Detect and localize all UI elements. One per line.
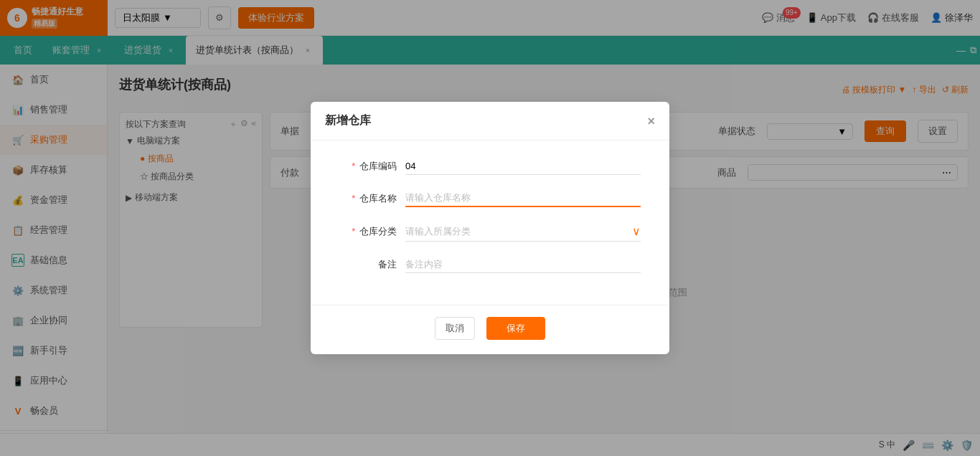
code-input[interactable]: [405, 158, 641, 175]
dialog-close-button[interactable]: ×: [647, 115, 655, 128]
save-button[interactable]: 保存: [486, 317, 545, 340]
add-warehouse-dialog: 新增仓库 × 仓库编码 仓库名称 仓库分类: [311, 102, 669, 354]
notes-input[interactable]: [405, 256, 641, 273]
modal-overlay: 新增仓库 × 仓库编码 仓库名称 仓库分类: [0, 0, 980, 456]
dialog-footer: 取消 保存: [311, 305, 669, 354]
code-label: 仓库编码: [339, 160, 397, 173]
name-label: 仓库名称: [339, 192, 397, 205]
dialog-title: 新增仓库: [325, 113, 371, 128]
cancel-button[interactable]: 取消: [435, 317, 475, 340]
notes-label: 备注: [339, 258, 397, 271]
dialog-body: 仓库编码 仓库名称 仓库分类 请输入所属分类 ∨: [311, 141, 669, 305]
form-row-name: 仓库名称: [339, 189, 641, 207]
form-row-notes: 备注: [339, 256, 641, 273]
category-dropdown-icon: ∨: [632, 224, 641, 238]
name-input[interactable]: [405, 189, 641, 207]
dialog-header: 新增仓库 ×: [311, 102, 669, 141]
category-label: 仓库分类: [339, 225, 397, 238]
form-row-code: 仓库编码: [339, 158, 641, 175]
category-select[interactable]: 请输入所属分类 ∨: [405, 222, 641, 242]
form-row-category: 仓库分类 请输入所属分类 ∨: [339, 222, 641, 242]
